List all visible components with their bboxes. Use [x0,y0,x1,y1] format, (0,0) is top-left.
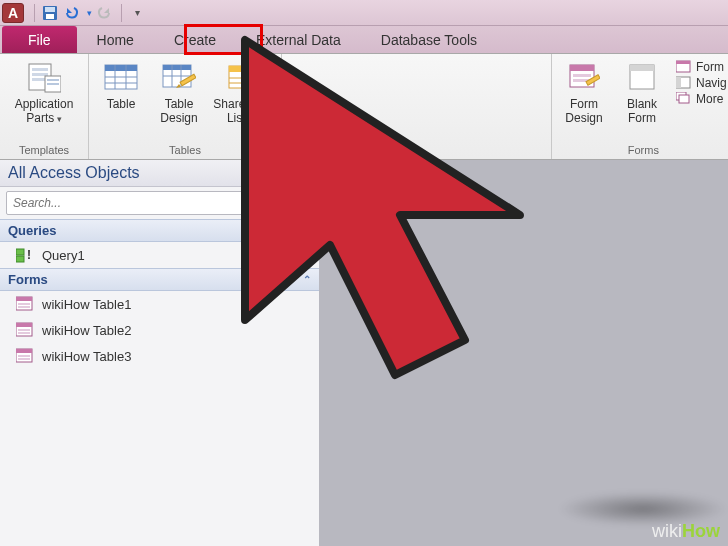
svg-rect-4 [32,68,48,71]
ribbon-group-label: Tables [97,142,273,159]
qat-separator [121,4,122,22]
ribbon-tabstrip: File Home Create External Data Database … [0,26,728,54]
qat-customize-icon[interactable]: ▾ [126,2,148,24]
nav-section-title: Queries [8,223,56,238]
quick-access-toolbar: A ▾ ▾ [0,0,728,26]
chevron-up-icon: ⌃ [303,274,311,285]
more-forms-button[interactable]: More [676,92,727,106]
svg-rect-29 [573,74,591,77]
svg-rect-8 [47,79,59,81]
nav-section-head[interactable]: Forms ⌃ [0,268,319,291]
undo-more-icon[interactable]: ▾ [83,2,95,24]
qat-separator [34,4,35,22]
svg-rect-53 [18,355,30,357]
nav-section-head[interactable]: Queries ⌃ [0,219,319,242]
tab-home[interactable]: Home [77,26,154,53]
svg-rect-48 [16,323,32,327]
form-wizard-label: Form [696,60,724,74]
tab-file[interactable]: File [2,26,77,53]
blank-form-label: Blank Form [627,98,657,126]
nav-item-form[interactable]: wikiHow Table1 [0,291,319,317]
svg-rect-40 [16,249,24,255]
svg-rect-46 [18,306,30,308]
application-parts-button[interactable]: Application Parts [8,58,80,126]
redo-icon [95,2,117,24]
nav-item-label: Query1 [42,248,85,263]
navigation-button[interactable]: Navig [676,76,727,90]
table-design-button[interactable]: Table Design [155,58,203,126]
nav-item-label: wikiHow Table2 [42,323,131,338]
nav-section-title: Forms [8,272,48,287]
svg-rect-9 [47,83,59,85]
navigation-label: Navig [696,76,727,90]
forms-more-list: Form Navig More [676,58,727,106]
sharepoint-lists-button[interactable]: SharePoint Lists [213,58,273,126]
tab-external-data[interactable]: External Data [236,26,361,53]
svg-rect-33 [630,65,654,71]
query-icon: ! [16,247,34,263]
nav-header[interactable]: All Access Objects « [0,160,319,187]
nav-item-query[interactable]: ! Query1 [0,242,319,268]
svg-rect-49 [18,329,30,331]
save-icon[interactable] [39,2,61,24]
table-button[interactable]: Table [97,58,145,112]
blank-form-button[interactable]: Blank Form [618,58,666,126]
watermark: wikiHow [652,521,720,542]
tab-create[interactable]: Create [154,26,236,53]
tab-database-tools[interactable]: Database Tools [361,26,497,53]
form-design-icon [567,60,601,94]
nav-item-form[interactable]: wikiHow Table3 [0,343,319,369]
table-icon [104,60,138,94]
nav-filter-icon[interactable] [271,165,289,181]
svg-rect-41 [16,256,24,262]
svg-text:!: ! [27,248,31,262]
nav-section-forms: Forms ⌃ wikiHow Table1 wikiHow Table2 wi… [0,268,319,369]
form-icon [16,322,34,338]
application-parts-icon [27,60,61,94]
watermark-suffix: How [682,521,720,541]
svg-rect-50 [18,332,30,334]
ribbon-group-templates: Application Parts Templates [0,54,89,159]
svg-rect-45 [18,303,30,305]
nav-section-queries: Queries ⌃ ! Query1 [0,219,319,268]
ribbon-group-label: Templates [8,142,80,159]
more-forms-mini-icon [676,92,692,106]
undo-icon[interactable] [61,2,83,24]
nav-search: 🔍 [6,191,313,215]
nav-item-label: wikiHow Table3 [42,349,131,364]
svg-rect-17 [163,65,191,70]
nav-title: All Access Objects [8,164,140,182]
nav-item-form[interactable]: wikiHow Table2 [0,317,319,343]
svg-rect-54 [18,358,30,360]
table-design-icon [162,60,196,94]
svg-rect-28 [570,65,594,71]
ribbon-group-tables: Table Table Design SharePoint Lists Tabl… [89,54,282,159]
form-icon [16,296,34,312]
more-forms-label: More [696,92,723,106]
form-design-label: Form Design [565,98,602,126]
nav-collapse-icon[interactable]: « [293,165,311,181]
navigation-mini-icon [676,76,692,90]
svg-rect-44 [16,297,32,301]
table-label: Table [107,98,136,112]
svg-rect-52 [16,349,32,353]
svg-rect-1 [45,7,55,12]
form-wizard-button[interactable]: Form [676,60,727,74]
chevron-up-icon: ⌃ [303,225,311,236]
svg-rect-39 [679,95,689,103]
sharepoint-lists-icon [226,60,260,94]
application-parts-label: Application Parts [15,98,74,126]
app-badge[interactable]: A [2,3,24,23]
svg-rect-24 [229,66,257,72]
search-icon[interactable]: 🔍 [292,195,308,210]
search-input[interactable] [6,191,313,215]
form-icon [16,348,34,364]
navigation-pane: All Access Objects « 🔍 Queries ⌃ ! Query… [0,160,320,546]
svg-rect-2 [46,14,54,19]
ribbon: Application Parts Templates Table Table … [0,54,728,160]
ribbon-group-label: Forms [560,142,727,159]
svg-rect-37 [676,77,681,88]
nav-item-label: wikiHow Table1 [42,297,131,312]
form-design-button[interactable]: Form Design [560,58,608,126]
document-area [320,160,728,546]
